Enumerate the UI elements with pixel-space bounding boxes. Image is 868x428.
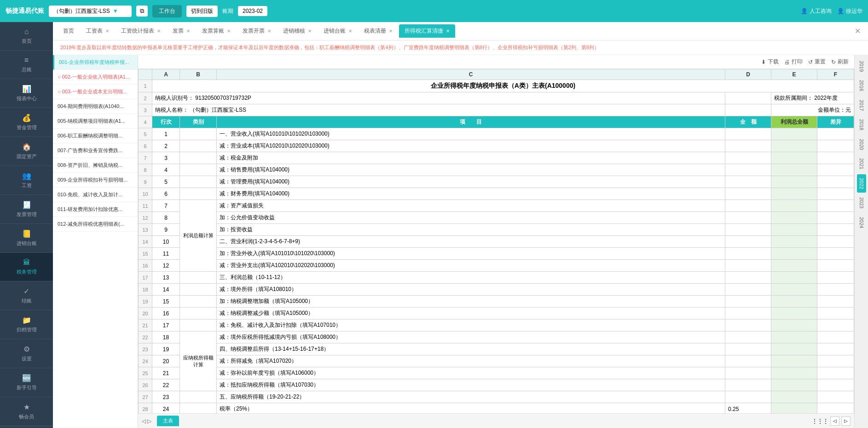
sidebar-item-archive[interactable]: 📁 归档管理 (0, 310, 53, 339)
company-selector[interactable]: （勾删）江西服宝-LSS ▼ (49, 6, 132, 17)
list-item-002[interactable]: ○ 002-一般企业收入明细表(A1... (53, 70, 138, 85)
spreadsheet-container: A B C D E F 1 企业所 (138, 69, 854, 413)
sidebar-label-invoices: 发票管理 (17, 211, 37, 218)
year-item-2017[interactable]: 2017 (857, 96, 866, 114)
close-icon[interactable]: ✕ (348, 29, 352, 34)
scroll-right-btn[interactable]: ▷ (841, 417, 851, 426)
list-item-006[interactable]: 006-职工薪酬纳税调整明细... (53, 129, 138, 143)
period-selector[interactable]: 2023-02 (238, 6, 267, 16)
close-icon[interactable]: ✕ (308, 29, 312, 34)
scroll-left-btn[interactable]: ◁ (830, 417, 839, 426)
close-icon[interactable]: ✕ (157, 29, 161, 34)
table-row: 7 3 减：税金及附加 (139, 152, 854, 164)
sheet-tab-main[interactable]: 主表 (157, 416, 179, 426)
list-item-003[interactable]: ○ 003-一般企业成本支出明细... (53, 85, 138, 99)
tab-invoice-open[interactable]: 发票开票✕ (237, 24, 277, 38)
tab-sales-audit[interactable]: 进销稽核✕ (278, 24, 317, 38)
sidebar-label-settings: 设置 (22, 355, 32, 362)
print-icon: 🖨 (784, 59, 790, 65)
table-row: 28 24 税率（25%） 0.25 (139, 403, 854, 414)
sidebar-item-payroll[interactable]: 👥 工资 (0, 166, 53, 195)
sidebar-item-ledger[interactable]: ≡ 总账 (0, 51, 53, 79)
close-period-icon: ✓ (23, 287, 29, 296)
list-item-004[interactable]: 004-期间费用明细表(A1040... (53, 99, 138, 114)
unit-cell: 金额单位：元 (771, 104, 854, 116)
col-header-f: F (817, 69, 854, 80)
sidebar-item-sales[interactable]: 📒 进销台账 (0, 224, 53, 253)
close-icon[interactable]: ✕ (105, 29, 109, 34)
copy-button[interactable]: ⧉ (136, 6, 148, 17)
ai-icon: 👤 (801, 8, 808, 14)
sidebar-item-reports[interactable]: 📊 报表中心 (0, 79, 53, 108)
list-item-012[interactable]: 012-减免所得税优惠明细表(... (53, 217, 138, 232)
sidebar-pin-toggle[interactable]: ◁◁ 取消固定 (0, 426, 53, 428)
switch-old-button[interactable]: 切到旧版 (186, 6, 218, 17)
table-row: 14 10 二、营业利润(1-2-3-4-5-6-7-8+9) (139, 236, 854, 248)
table-row: 24 20 减：所得减免（填写A107020） (139, 355, 854, 367)
tab-sales-ledger[interactable]: 进销台账✕ (318, 24, 358, 38)
tab-invoice-open-label: 发票开票 (243, 27, 265, 35)
sidebar-item-member[interactable]: ★ 畅会员 (0, 397, 53, 426)
close-icon[interactable]: ✕ (186, 29, 190, 34)
close-icon[interactable]: ✕ (389, 29, 393, 34)
sidebar-item-settings[interactable]: ⚙ 设置 (0, 339, 53, 368)
sidebar-label-archive: 归档管理 (17, 326, 37, 333)
sidebar-label-reports: 报表中心 (17, 95, 37, 102)
tab-sales-audit-label: 进销稽核 (283, 27, 305, 35)
refresh-button[interactable]: ↻ 刷新 (831, 58, 849, 66)
user-profile[interactable]: 👤 徐运华 (837, 7, 862, 15)
sidebar-item-assets[interactable]: 🏠 固定资产 (0, 137, 53, 166)
year-item-2024[interactable]: 2024 (857, 213, 866, 232)
download-icon: ⬇ (761, 59, 766, 65)
taxpayer-id-cell: 纳税人识别号： 91320500703719732P (152, 92, 725, 104)
sidebar-label-member: 畅会员 (19, 413, 34, 420)
table-row: 9 5 减：管理费用(填写A104000) (139, 176, 854, 188)
list-item-009[interactable]: 009-企业所得税扣补亏损明细... (53, 173, 138, 188)
col-header-a: A (152, 69, 180, 80)
list-item-001[interactable]: 001-企业所得税年度纳税申报... (53, 55, 138, 70)
ai-consult[interactable]: 👤 人工咨询 (801, 7, 832, 15)
table-row: 23 19 四、纳税调整后所得（13-14+15-16-17+18） (139, 343, 854, 355)
table-row: 12 8 加：公允价值变动收益 (139, 212, 854, 224)
print-button[interactable]: 🖨 打印 (784, 58, 803, 66)
tab-invoice[interactable]: 发票✕ (167, 24, 196, 38)
sidebar-item-home[interactable]: ⌂ 首页 (0, 22, 53, 51)
list-item-011[interactable]: 011-研发费用加计扣除优惠... (53, 202, 138, 217)
tab-tax-clearance[interactable]: 税表清册✕ (359, 24, 398, 38)
close-icon[interactable]: ✕ (446, 29, 450, 34)
sidebar-item-guide[interactable]: 🆕 新手引导 (0, 368, 53, 397)
workbench-button[interactable]: 工作台 (152, 5, 182, 17)
list-item-005[interactable]: 005-纳税调整项目明细表(A1... (53, 114, 138, 129)
sidebar-label-finance: 资金管理 (17, 124, 37, 131)
tab-payroll-report[interactable]: 工资统计报表✕ (116, 24, 166, 38)
col-header-leibie: 类别 (180, 116, 217, 128)
year-item-2019[interactable]: 2019 (857, 57, 866, 75)
tab-bar-close[interactable]: ✕ (852, 27, 863, 35)
user-avatar-icon: 👤 (837, 8, 844, 14)
list-item-010[interactable]: 010-免税、减计收入及加计... (53, 188, 138, 202)
year-item-2023[interactable]: 2023 (857, 194, 866, 212)
sidebar-label-guide: 新手引导 (17, 384, 37, 391)
sidebar-item-invoices[interactable]: 🧾 发票管理 (0, 195, 53, 224)
list-item-007[interactable]: 007-广告费和业务宣传费跌... (53, 143, 138, 158)
year-item-2020[interactable]: 2020 (857, 135, 866, 154)
close-icon[interactable]: ✕ (267, 29, 271, 34)
list-item-008[interactable]: 008-资产折旧、摊销及纳税... (53, 158, 138, 173)
year-item-2016[interactable]: 2016 (857, 76, 866, 95)
sheet-nav-arrows[interactable]: ◁ ▷ (142, 418, 151, 424)
year-item-2021[interactable]: 2021 (857, 154, 866, 173)
year-item-2018[interactable]: 2018 (857, 115, 866, 134)
tab-payroll[interactable]: 工资表✕ (81, 24, 115, 38)
tab-invoice-calc[interactable]: 发票算账✕ (197, 24, 236, 38)
download-button[interactable]: ⬇ 下载 (761, 58, 779, 66)
sidebar-item-tax[interactable]: 🏛 税务管理 (0, 253, 53, 281)
payroll-icon: 👥 (22, 171, 31, 180)
sidebar-item-close[interactable]: ✓ 结账 (0, 281, 53, 310)
tab-income-tax[interactable]: 所得税汇算清缴✕ (399, 24, 455, 38)
reset-button[interactable]: ↺ 重置 (808, 58, 826, 66)
year-item-2022[interactable]: 2022 (857, 174, 866, 193)
tab-home[interactable]: 首页 (58, 24, 80, 38)
close-icon[interactable]: ✕ (227, 29, 231, 34)
sidebar-item-finance[interactable]: 💰 资金管理 (0, 108, 53, 137)
table-row: 19 15 加：纳税调整增加额（填写A105000） (139, 296, 854, 308)
